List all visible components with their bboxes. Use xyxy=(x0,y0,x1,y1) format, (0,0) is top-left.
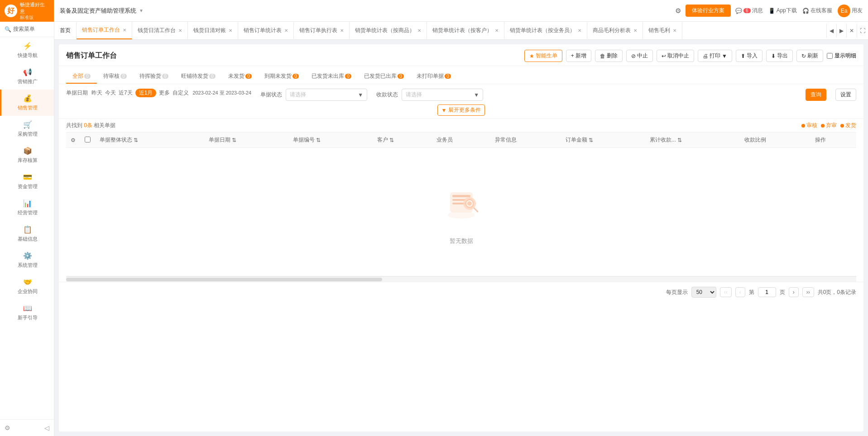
tab-sales-gross[interactable]: 销售毛利 ✕ xyxy=(643,22,682,39)
show-detail-checkbox-label[interactable]: 显示明细 xyxy=(827,52,856,60)
message-btn[interactable]: 💬 6 消息 xyxy=(735,7,763,14)
print-btn[interactable]: 🖨 打印 ▼ xyxy=(698,50,732,62)
tab-sales-by-customer[interactable]: 销货单统计表（按客户） ✕ xyxy=(427,22,504,39)
settings-filter-btn[interactable]: 设置 xyxy=(835,89,856,101)
app-download-btn[interactable]: 📱 App下载 xyxy=(768,7,797,14)
tab-sales-by-salesperson[interactable]: 销货单统计表（按业务员） ✕ xyxy=(504,22,587,39)
date-custom-btn[interactable]: 自定义 xyxy=(173,89,189,97)
sidebar-item-basic[interactable]: 📋 基础信息 xyxy=(0,221,54,247)
tab-close-sales-exec[interactable]: ✕ xyxy=(340,28,344,33)
sort-icon-customer: ⇅ xyxy=(389,137,394,143)
sidebar-item-operation[interactable]: 📊 经营管理 xyxy=(0,194,54,221)
next-page-btn[interactable]: › xyxy=(789,287,799,297)
scrollbar-thumb[interactable] xyxy=(66,278,382,281)
sidebar-item-finance[interactable]: 💳 资金管理 xyxy=(0,168,54,194)
date-today-btn[interactable]: 今天 xyxy=(105,89,116,97)
th-amount-sort[interactable]: 订单金额 ⇅ xyxy=(566,136,641,144)
sub-tab-pending-audit[interactable]: 待审核0 xyxy=(97,70,133,84)
page-number-input[interactable] xyxy=(758,287,776,297)
sub-tab-not-printed[interactable]: 未打印单据0 xyxy=(410,70,457,84)
refresh-btn[interactable]: ↻ 刷新 xyxy=(796,50,823,62)
date-more-btn[interactable]: 更多 xyxy=(159,89,170,97)
sub-tab-shipped-not-out[interactable]: 已发货未出库0 xyxy=(305,70,358,84)
online-service-btn[interactable]: 🎧 在线客服 xyxy=(802,7,832,14)
first-page-btn[interactable]: ‹‹ xyxy=(720,287,732,297)
date-month-btn[interactable]: 近1月 xyxy=(135,89,157,97)
title-expand-icon[interactable]: ▼ xyxy=(139,8,144,13)
sub-tab-shipped-out[interactable]: 已发货已出库0 xyxy=(358,70,410,84)
sub-tab-overdue-unshipped[interactable]: 到期未发货0 xyxy=(258,70,305,84)
th-number-sort[interactable]: 单据编号 ⇅ xyxy=(293,136,368,144)
expand-conditions-btn[interactable]: ▼ 展开更多条件 xyxy=(437,104,485,116)
deliver-action-btn[interactable]: 发货 xyxy=(840,122,856,129)
tab-home[interactable]: 首页 xyxy=(54,22,77,39)
audit-action-btn[interactable]: 审核 xyxy=(801,122,817,129)
sidebar-item-inventory[interactable]: 📦 库存核算 xyxy=(0,142,54,168)
sub-tab-pending-inspect[interactable]: 待挥验货0 xyxy=(133,70,175,84)
th-received-sort[interactable]: 累计收款... ⇅ xyxy=(650,136,735,144)
tab-scroll-right-btn[interactable]: ▶ xyxy=(836,24,846,38)
sidebar-item-guide[interactable]: 📖 新手引导 xyxy=(0,299,54,326)
show-detail-checkbox[interactable] xyxy=(827,53,833,59)
query-btn[interactable]: 查询 xyxy=(806,89,826,101)
horizontal-scrollbar[interactable] xyxy=(66,276,856,282)
tab-close-sales-gross[interactable]: ✕ xyxy=(673,28,676,33)
search-menu-btn[interactable]: 🔍 搜索菜单 xyxy=(0,22,54,37)
sidebar-item-quick[interactable]: ⚡ 快捷导航 xyxy=(0,37,54,63)
date-yesterday-btn[interactable]: 昨天 xyxy=(91,89,102,97)
th-checkbox[interactable] xyxy=(80,133,95,148)
settings-gear-icon[interactable]: ⚙ xyxy=(5,424,10,431)
th-customer-sort[interactable]: 客户 ⇅ xyxy=(377,136,427,144)
sub-tab-wangpu-ship[interactable]: 旺铺待发货0 xyxy=(175,70,222,84)
tab-close-reconciliation[interactable]: ✕ xyxy=(229,28,232,33)
delete-btn[interactable]: 🗑 删除 xyxy=(595,50,623,62)
prev-page-btn[interactable]: ‹ xyxy=(735,287,745,297)
topbar-gear-icon[interactable]: ⚙ xyxy=(675,7,681,15)
tab-close-gross-analysis[interactable]: ✕ xyxy=(633,28,637,33)
tab-expand-btn[interactable]: ⛶ xyxy=(857,24,868,38)
tab-gross-analysis[interactable]: 商品毛利分析表 ✕ xyxy=(587,22,643,39)
sidebar-item-marketing[interactable]: 📢 营销推广 xyxy=(0,63,54,90)
results-bar: 共找到 0条 相关单据 审核 弃审 发货 xyxy=(59,119,863,132)
revoke-action-btn[interactable]: 弃审 xyxy=(821,122,837,129)
tab-reconciliation[interactable]: 钱货日清对账 ✕ xyxy=(188,22,238,39)
sidebar-item-system[interactable]: ⚙️ 系统管理 xyxy=(0,247,54,273)
collapse-sidebar-btn[interactable]: ◁ xyxy=(44,424,49,431)
tab-daily-clear[interactable]: 钱货日清工作台 ✕ xyxy=(132,22,188,39)
tab-close-sales-stats[interactable]: ✕ xyxy=(284,28,288,33)
th-customer: 客户 ⇅ xyxy=(373,133,432,148)
tab-close-all-btn[interactable]: ✕ xyxy=(846,24,857,38)
sidebar-item-enterprise[interactable]: 🤝 企业协同 xyxy=(0,273,54,299)
add-btn[interactable]: + 新增 xyxy=(566,50,591,62)
smart-generate-btn[interactable]: ★ 智能生单 xyxy=(524,50,562,62)
industry-solution-btn[interactable]: 体验行业方案 xyxy=(686,5,731,17)
cancel-stop-btn[interactable]: ↩ 取消中止 xyxy=(657,50,694,62)
tab-close-daily-clear[interactable]: ✕ xyxy=(178,28,182,33)
status-select[interactable]: 请选择 ▼ xyxy=(286,89,367,101)
import-btn[interactable]: ⬆ 导入 xyxy=(736,50,762,62)
tab-sales-stats[interactable]: 销售订单统计表 ✕ xyxy=(238,22,294,39)
th-setting[interactable]: ⚙ xyxy=(66,133,80,148)
tab-close-by-product[interactable]: ✕ xyxy=(417,28,421,33)
sub-tab-all[interactable]: 全部0 xyxy=(66,70,97,84)
select-all-checkbox[interactable] xyxy=(85,137,91,142)
tab-close-by-salesperson[interactable]: ✕ xyxy=(578,28,581,33)
sub-tab-unshipped[interactable]: 未发货0 xyxy=(222,70,258,84)
stop-btn[interactable]: ⊘ 中止 xyxy=(626,50,653,62)
th-date-sort[interactable]: 单据日期 ⇅ xyxy=(209,136,284,144)
tab-sales-workbench[interactable]: 销售订单工作台 ✕ xyxy=(77,22,132,39)
export-btn[interactable]: ⬇ 导出 xyxy=(766,50,793,62)
tab-close-sales-workbench[interactable]: ✕ xyxy=(123,28,126,33)
user-menu-btn[interactable]: Ea 用友 xyxy=(838,5,863,17)
per-page-select[interactable]: 50 100 200 xyxy=(691,287,716,298)
tab-scroll-left-btn[interactable]: ◀ xyxy=(826,24,836,38)
date-7days-btn[interactable]: 近7天 xyxy=(119,89,133,97)
sidebar-item-sales[interactable]: 💰 销售管理 xyxy=(0,90,54,116)
tab-sales-by-product[interactable]: 销货单统计表（按商品） ✕ xyxy=(350,22,427,39)
receipt-select[interactable]: 请选择 ▼ xyxy=(402,89,483,101)
tab-sales-exec[interactable]: 销售订单执行表 ✕ xyxy=(294,22,350,39)
tab-close-by-customer[interactable]: ✕ xyxy=(495,28,499,33)
sidebar-item-purchase[interactable]: 🛒 采购管理 xyxy=(0,116,54,142)
th-status-sort[interactable]: 单据整体状态 ⇅ xyxy=(100,136,200,144)
last-page-btn[interactable]: ›› xyxy=(802,287,814,297)
